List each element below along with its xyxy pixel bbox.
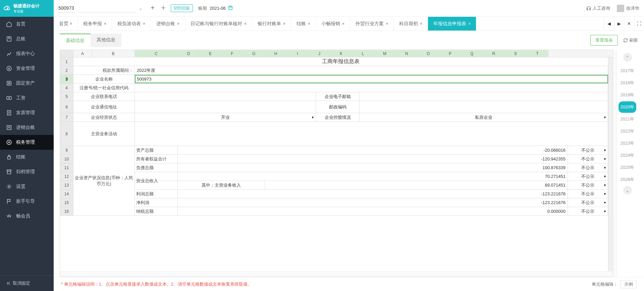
tabs-next[interactable]: ▶: [614, 17, 624, 31]
vertical-scrollbar[interactable]: [608, 57, 613, 271]
tab-8[interactable]: 外贸行业方案×: [350, 17, 394, 31]
year-2023年[interactable]: 2023年: [619, 138, 637, 149]
cell-value[interactable]: -20.066016: [178, 146, 568, 154]
publish-dropdown[interactable]: 不公示▼: [568, 146, 608, 154]
table-row[interactable]: 企业名称500973: [73, 75, 608, 84]
table-row[interactable]: 资产总额-20.066016不公示▼: [135, 146, 608, 155]
tab-close-icon[interactable]: ×: [420, 21, 422, 26]
nav-archive[interactable]: 归档管理: [0, 164, 54, 179]
horizontal-scrollbar[interactable]: [60, 271, 613, 277]
year-down[interactable]: ⌄: [623, 186, 632, 195]
publish-dropdown[interactable]: 不公示▼: [568, 190, 608, 198]
select-all-corner[interactable]: [60, 50, 73, 57]
year-2026年[interactable]: 2026年: [619, 174, 637, 185]
tab-7[interactable]: 小畅报销×: [316, 17, 350, 31]
cell-value[interactable]: [360, 92, 608, 101]
row-header-16[interactable]: 16: [60, 207, 73, 216]
tabs-close-all[interactable]: ✕: [624, 17, 634, 31]
tab-close-icon[interactable]: ×: [177, 21, 179, 26]
col-header-Q[interactable]: Q: [461, 50, 483, 57]
row-header-15[interactable]: 15: [60, 198, 73, 207]
table-row[interactable]: 企业经营状态开业▼企业控股情况私营企业▼: [73, 113, 608, 122]
cell-value[interactable]: [135, 101, 316, 113]
nav-invoice[interactable]: 发票管理: [0, 105, 54, 120]
col-header-M[interactable]: M: [374, 50, 396, 57]
row-header-9[interactable]: 9: [60, 146, 73, 155]
year-2024年[interactable]: 2024年: [619, 150, 637, 161]
row-header-11[interactable]: 11: [60, 163, 73, 172]
publish-dropdown[interactable]: 不公示▼: [568, 198, 608, 207]
table-row[interactable]: 其中：主营业务收入69.071451不公示▼: [135, 181, 608, 190]
nav-salary[interactable]: 工资: [0, 91, 54, 105]
col-header-C[interactable]: C: [135, 50, 178, 57]
publish-dropdown[interactable]: 不公示▼: [568, 207, 608, 215]
tab-close-icon[interactable]: ×: [143, 21, 145, 26]
col-header-K[interactable]: K: [330, 50, 352, 57]
publish-dropdown[interactable]: 不公示▼: [568, 163, 608, 172]
selected-cell[interactable]: 500973: [135, 75, 608, 83]
cell-value[interactable]: [135, 84, 608, 92]
spreadsheet[interactable]: ABCDEFGHIJKLMNOPQRST 1234567891011121314…: [60, 50, 613, 277]
col-header-R[interactable]: R: [483, 50, 505, 57]
unpin-button[interactable]: 取消固定: [0, 275, 54, 291]
outer-scrollbar[interactable]: [613, 50, 616, 277]
table-row[interactable]: 纳税总额0.000000不公示▼: [135, 207, 608, 216]
example-button[interactable]: 示例: [621, 280, 637, 288]
year-2019年[interactable]: 2019年: [619, 89, 637, 101]
table-row[interactable]: 所有者权益合计-120.942355不公示▼: [135, 155, 608, 163]
row-header-13[interactable]: 13: [60, 181, 73, 190]
row-header-10[interactable]: 10: [60, 155, 73, 163]
col-header-S[interactable]: S: [505, 50, 527, 57]
table-row[interactable]: 净利润-123.221676不公示▼: [135, 198, 608, 207]
col-header-L[interactable]: L: [352, 50, 374, 57]
reset-button[interactable]: 重置报表: [590, 35, 618, 46]
col-header-G[interactable]: G: [243, 50, 265, 57]
col-header-P[interactable]: P: [439, 50, 461, 57]
table-row[interactable]: 企业联系电话企业电子邮箱: [73, 92, 608, 101]
cell-value[interactable]: [360, 101, 608, 113]
tab-9[interactable]: 科目期初×: [394, 17, 428, 31]
cell-value[interactable]: [135, 122, 608, 146]
col-header-E[interactable]: E: [200, 50, 221, 57]
cell-value[interactable]: 100.876339: [178, 163, 568, 172]
row-header-7[interactable]: 7: [60, 113, 73, 122]
tab-5[interactable]: 银行对账单×: [252, 17, 291, 31]
table-row[interactable]: 工商年报信息表: [73, 57, 608, 66]
col-header-B[interactable]: B: [92, 50, 135, 57]
tab-close-icon[interactable]: ×: [104, 21, 106, 26]
service-link[interactable]: 人工咨询: [586, 5, 610, 11]
cell-value[interactable]: 70.271451: [178, 172, 568, 181]
company-dropdown-icon[interactable]: ⌄: [139, 6, 143, 11]
tab-close-icon[interactable]: ×: [342, 21, 344, 26]
cell-value[interactable]: 2022年度: [135, 66, 608, 75]
row-header-3[interactable]: 3: [60, 75, 73, 84]
row-header-5[interactable]: 5: [60, 92, 73, 101]
cell-value[interactable]: -123.221676: [178, 190, 568, 198]
row-header-2[interactable]: 2: [60, 66, 73, 75]
tabs-fullscreen[interactable]: ⛶: [634, 17, 644, 31]
company-select[interactable]: 500973: [58, 4, 136, 12]
calendar-button[interactable]: [228, 5, 233, 11]
col-header-O[interactable]: O: [418, 50, 439, 57]
tab-close-icon[interactable]: ×: [283, 21, 285, 26]
col-header-N[interactable]: N: [396, 50, 418, 57]
year-2025年[interactable]: 2025年: [619, 162, 637, 173]
row-header-1[interactable]: 1: [60, 57, 73, 66]
table-row[interactable]: 税款所属期间：2022年度: [73, 66, 608, 75]
col-header-I[interactable]: I: [287, 50, 309, 57]
nav-guide[interactable]: 新手引导: [0, 194, 54, 209]
nav-ledger[interactable]: 总账: [0, 32, 54, 46]
row-header-14[interactable]: 14: [60, 190, 73, 198]
col-header-A[interactable]: A: [73, 50, 92, 57]
nav-tax[interactable]: 税务管理: [0, 135, 54, 150]
tab-2[interactable]: 税负波动表×: [112, 17, 151, 31]
col-header-F[interactable]: F: [221, 50, 243, 57]
tab-1[interactable]: 税务申报×: [78, 17, 112, 31]
nav-close[interactable]: 结账: [0, 150, 54, 164]
old-version-button[interactable]: 切到旧版: [171, 4, 193, 12]
table-row[interactable]: 利润总额-123.221676不公示▼: [135, 190, 608, 198]
nav-home[interactable]: 首页: [0, 17, 54, 32]
publish-dropdown[interactable]: 不公示▼: [568, 181, 608, 189]
subtab-other[interactable]: 其他信息: [91, 34, 121, 47]
tab-0[interactable]: 首页 ×: [54, 17, 78, 31]
